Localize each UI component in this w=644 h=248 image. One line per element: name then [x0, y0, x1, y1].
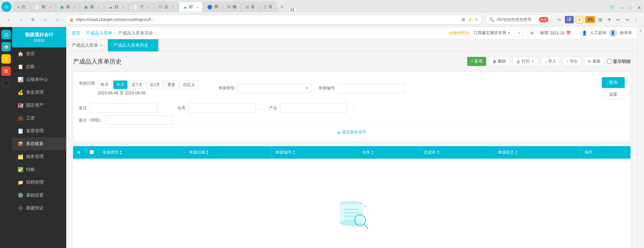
apps-icon[interactable]: ⊞: [461, 17, 465, 22]
tab-yi1[interactable]: ▣ 易 ×: [56, 2, 80, 12]
home-button[interactable]: ⌂: [41, 15, 50, 24]
tab-zai[interactable]: ● 在: [13, 2, 30, 12]
nav-item-fund[interactable]: 💰 资金管理: [12, 86, 66, 99]
th-cost[interactable]: 总成本 ▲▼: [420, 146, 494, 159]
warehouse-input[interactable]: [188, 103, 256, 113]
import-button[interactable]: ↓ 导入: [541, 57, 560, 66]
game-icon[interactable]: 🎮: [585, 16, 595, 23]
nav-item-basic-settings[interactable]: ⚙️ 基础设置: [12, 189, 66, 202]
back-button[interactable]: ‹: [4, 15, 14, 24]
th-no[interactable]: 单据编号 ▲▼: [271, 146, 358, 159]
app-icon-star[interactable]: ⭐: [1, 54, 11, 64]
product-more-icon[interactable]: ...: [350, 106, 354, 111]
close-window-button[interactable]: ✕: [636, 4, 643, 11]
tab-history-page[interactable]: 产成品入库单历史 ×: [108, 39, 158, 51]
nav-item-new-bill[interactable]: ➕ 新建凭证: [12, 202, 66, 215]
print-dropdown-icon[interactable]: ▼: [531, 60, 534, 63]
translate-icon[interactable]: 译: [565, 16, 574, 23]
tab-ge2[interactable]: ⊞ 各: [241, 2, 259, 12]
right-close-icon[interactable]: ×: [640, 28, 642, 33]
tab-hao2-close[interactable]: ×: [196, 5, 198, 9]
th-status[interactable]: 单据状态 ▲▼: [494, 146, 580, 159]
browser-logo[interactable]: ⊙: [1, 2, 11, 12]
tab-list-close[interactable]: ×: [100, 43, 102, 47]
th-date[interactable]: 单据日期 ▲▼: [185, 146, 271, 159]
right-panel-close[interactable]: ×: [637, 27, 644, 248]
tab-yi1-close[interactable]: ×: [73, 5, 75, 9]
tab-new[interactable]: 📄 新 ×: [30, 2, 55, 12]
refresh-button[interactable]: ↻ 刷新: [584, 57, 604, 66]
nav-item-salary[interactable]: 💼 工资: [12, 112, 66, 125]
calendar-icon[interactable]: 📅: [566, 31, 571, 36]
th-settings[interactable]: ⚙: [73, 146, 85, 159]
th-checkbox[interactable]: [85, 146, 98, 159]
query-button[interactable]: 查询: [602, 77, 625, 88]
forward-button[interactable]: ›: [16, 15, 26, 24]
cut-icon[interactable]: ✂: [556, 16, 563, 24]
add-button[interactable]: + 新增: [467, 57, 486, 66]
print-button[interactable]: 🖨 打印 ▼: [512, 57, 538, 66]
url-bar[interactable]: 🔒 https://cloud.chanjet.com/accounting/u…: [65, 15, 482, 25]
warehouse-more-icon[interactable]: ...: [259, 106, 262, 111]
app-icon-changjie[interactable]: ⊙: [1, 30, 11, 39]
note-detail-input[interactable]: [106, 115, 173, 125]
date-btn-today[interactable]: 今天: [113, 81, 127, 89]
nav-item-inventory[interactable]: 📦 库存核算: [12, 137, 66, 150]
search-input[interactable]: [496, 17, 537, 22]
app-icon-home[interactable]: 🏠: [1, 42, 11, 51]
date-btn-custom[interactable]: 自定义: [180, 81, 198, 89]
yuan-icon[interactable]: ¥: [576, 16, 583, 23]
date-btn-yesterday[interactable]: 昨天: [98, 81, 112, 89]
product-input[interactable]: [280, 103, 348, 113]
add-company-button[interactable]: ＋: [515, 29, 524, 37]
tab-qi[interactable]: Ⓒ 企 ×: [154, 2, 178, 12]
nav-item-general-ledger[interactable]: 📋 总账: [12, 60, 66, 73]
export-button[interactable]: ↑ 导出: [563, 57, 581, 66]
redo-icon[interactable]: ↪: [624, 16, 630, 24]
service-label[interactable]: 人工咨询: [590, 30, 606, 36]
new-tab-button[interactable]: ＋: [277, 2, 287, 12]
bookmark-button[interactable]: ☆: [53, 15, 62, 24]
more-icon[interactable]: ⋮: [633, 16, 640, 24]
date-btn-1month[interactable]: 近1月: [147, 81, 163, 89]
settings-filter-button[interactable]: 设置: [602, 90, 624, 99]
tab-teng[interactable]: 🔵 腾: [203, 2, 223, 12]
nav-item-home[interactable]: 🏠 首页: [12, 47, 66, 60]
th-type[interactable]: 单据类型 ▲▼: [98, 146, 185, 159]
th-warehouse[interactable]: 仓库 ▲▼: [358, 146, 420, 159]
tab-yi2-close[interactable]: ×: [97, 5, 99, 9]
breadcrumb-list[interactable]: 产成品入库单: [86, 30, 112, 36]
tab-ge-close[interactable]: ×: [147, 5, 149, 9]
minimize-button[interactable]: ─: [619, 4, 625, 11]
nav-item-cloud-report[interactable]: 📊 云报表中心: [12, 73, 66, 86]
tab-history-close[interactable]: ×: [150, 43, 152, 47]
delete-button[interactable]: 🗑 删除: [489, 57, 510, 66]
voucher-type-select[interactable]: ▼: [237, 84, 312, 93]
lightning-icon[interactable]: ⚡: [467, 17, 473, 22]
maximize-button[interactable]: □: [628, 4, 633, 11]
note-input[interactable]: [90, 103, 157, 113]
shirt-icon[interactable]: 👕: [608, 4, 616, 11]
brightness-icon[interactable]: ☀: [606, 16, 613, 24]
display-checkbox[interactable]: [607, 59, 612, 64]
tab-ge[interactable]: 📄 个 ×: [128, 2, 154, 12]
grid-icon[interactable]: ⊞: [597, 16, 604, 24]
settings-button[interactable]: ⚙: [528, 30, 536, 37]
tab-list-page[interactable]: 产成品入库单 ×: [66, 39, 108, 51]
nav-item-fixed-assets[interactable]: 🏭 固定资产: [12, 99, 66, 112]
collapse-button[interactable]: ▲ 收起更多条件: [79, 128, 625, 136]
search-bar[interactable]: 🔍 热搜: [485, 15, 552, 25]
nav-item-checkout[interactable]: ✅ 结账: [12, 163, 66, 176]
url-dropdown-icon[interactable]: ▼: [475, 18, 478, 21]
date-btn-7days[interactable]: 近7天: [129, 81, 145, 89]
date-btn-more[interactable]: 更多: [164, 81, 178, 89]
tab-hao2[interactable]: ☁ 好 ×: [178, 2, 203, 12]
undo-icon[interactable]: ↩: [615, 16, 622, 24]
tab-chang[interactable]: M 畅: [223, 2, 241, 12]
select-all-checkbox[interactable]: [90, 150, 94, 154]
company-dropdown-icon[interactable]: ▼: [507, 31, 511, 35]
tab-mu[interactable]: S 目: [259, 2, 277, 12]
nav-item-invoice[interactable]: 🗒️ 发票管理: [12, 125, 66, 137]
nav-item-archive[interactable]: 📁 归档管理: [12, 176, 66, 189]
refresh-button[interactable]: ↻: [28, 15, 38, 24]
